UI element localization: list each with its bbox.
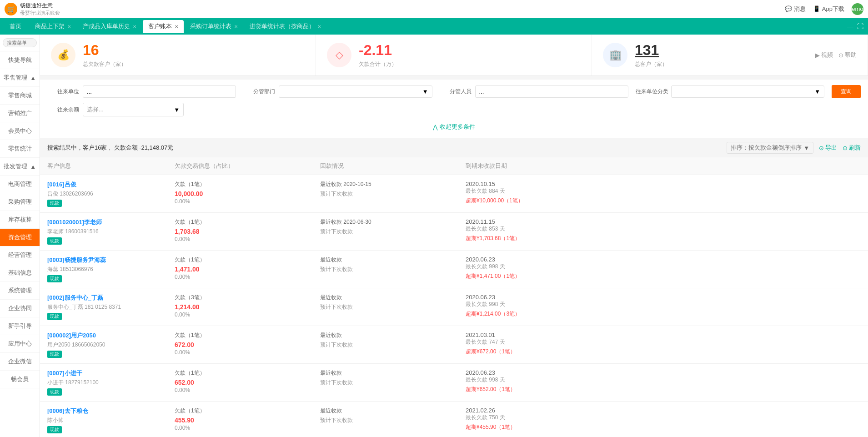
return-date-1: 最近收款 2020-06-30	[320, 218, 466, 226]
maximize-btn[interactable]: ⛶	[857, 23, 863, 30]
debt-amount-1[interactable]: 1,703.68	[175, 228, 320, 235]
debt-amount-6[interactable]: 455.90	[175, 417, 320, 424]
sidebar-item-basic[interactable]: 基础信息	[0, 264, 40, 282]
user-avatar[interactable]: demo2	[852, 3, 863, 15]
due-cell-5: 2020.06.23 最长欠款 998 天 超期¥652.00（1笔）	[466, 369, 861, 393]
sidebar-item-guide[interactable]: 新手引导	[0, 317, 40, 335]
customer-name-0[interactable]: [0016]吕俊	[47, 181, 175, 189]
tab-purchase-order[interactable]: 采购订单统计表 ✕	[185, 20, 243, 33]
close-tab-2[interactable]: ✕	[133, 24, 136, 29]
table-row: [0002]服务中心_丁磊 服务中心_丁磊 181 0125 8371 现款 欠…	[40, 288, 868, 326]
tab-stock-stats[interactable]: 进货单统计表（按商品） ✕	[244, 20, 326, 33]
app-download-btn[interactable]: 📱 App下载	[813, 5, 844, 13]
tab-customer-account[interactable]: 客户账本 ✕	[143, 20, 184, 33]
customer-detail-3: 服务中心_丁磊 181 0125 8371	[47, 303, 175, 311]
due-days-6: 最长欠款 750 天	[466, 414, 861, 422]
sidebar-item-ecommerce[interactable]: 电商管理	[0, 176, 40, 193]
debt-amount-3[interactable]: 1,214.00	[175, 303, 320, 311]
search-input[interactable]	[3, 38, 37, 47]
export-btn[interactable]: ⊙ 导出	[819, 144, 837, 152]
due-overdue-2[interactable]: 超期¥1,471.00（1笔）	[466, 272, 861, 280]
video-btn[interactable]: ▶ 视频	[815, 51, 833, 59]
minimize-btn[interactable]: —	[847, 23, 853, 30]
due-overdue-6[interactable]: 超期¥455.90（1笔）	[466, 423, 861, 431]
sidebar-item-retail-mgmt[interactable]: 零售管理 ▲	[0, 69, 40, 87]
sidebar-item-vip[interactable]: 畅会员	[0, 371, 40, 388]
table-row: [0007]小进干 小进干 18279152100 现款 欠款（1笔） 652.…	[40, 364, 868, 402]
filter-row-2: 往来余额 选择... ▼	[47, 103, 861, 116]
customer-cell-2: [0003]畅捷服务尹海蕊 海蕊 18513066976 现款	[47, 256, 175, 282]
sidebar-item-retail-store[interactable]: 零售商城	[0, 87, 40, 105]
filter-select-category[interactable]: ▼	[671, 85, 824, 98]
refresh-btn[interactable]: ⊙ 刷新	[843, 144, 861, 152]
customer-name-3[interactable]: [0002]服务中心_丁磊	[47, 294, 175, 302]
tab-product-listing[interactable]: 商品上下架 ✕	[30, 20, 76, 33]
message-btn[interactable]: 💬 消息	[785, 5, 806, 13]
debt-count-1: 欠款（1笔）	[175, 218, 320, 226]
close-tab-4[interactable]: ✕	[234, 24, 238, 29]
sidebar-item-purchase[interactable]: 采购管理	[0, 193, 40, 211]
main-layout: 快捷导航 零售管理 ▲ 零售商城 营销推广 会员中心 零售统计 批发管理 ▲	[0, 35, 868, 437]
due-overdue-3[interactable]: 超期¥1,214.00（3笔）	[466, 310, 861, 318]
return-date-2: 最近收款	[320, 256, 466, 264]
sidebar-item-app-center[interactable]: 应用中心	[0, 335, 40, 353]
customer-tag-4: 现款	[47, 351, 62, 358]
debt-amount-2[interactable]: 1,471.00	[175, 266, 320, 273]
debt-amount-4[interactable]: 672.00	[175, 341, 320, 348]
due-overdue-1[interactable]: 超期¥1,703.68（1笔）	[466, 235, 861, 242]
tab-actions: — ⛶	[847, 23, 866, 30]
sidebar-item-system[interactable]: 系统管理	[0, 282, 40, 300]
close-tab-1[interactable]: ✕	[67, 24, 71, 29]
tab-product-history[interactable]: 产成品入库单历史 ✕	[77, 20, 142, 33]
debt-amount-0[interactable]: 10,000.00	[175, 190, 320, 197]
customer-name-5[interactable]: [0007]小进干	[47, 369, 175, 377]
result-info-bar: 搜索结果中，客户16家， 欠款金额 -21,148.07元 排序：按欠款金额倒序…	[40, 138, 868, 157]
sidebar-item-finance[interactable]: 资金管理	[0, 229, 40, 246]
filter-select-dept[interactable]: ▼	[279, 85, 432, 98]
due-cell-1: 2020.11.15 最长欠款 853 天 超期¥1,703.68（1笔）	[466, 218, 861, 242]
table-row: [0001020001]李老师 李老师 18600391516 现款 欠款（1笔…	[40, 213, 868, 251]
tab-home[interactable]: 首页	[2, 20, 29, 33]
sort-select[interactable]: 排序：按欠款金额倒序排序 ▼	[727, 142, 813, 154]
help-icon: ⊙	[838, 52, 843, 59]
result-summary: 搜索结果中，客户16家， 欠款金额 -21,148.07元	[47, 144, 173, 152]
customer-name-2[interactable]: [0003]畅捷服务尹海蕊	[47, 256, 175, 264]
sidebar-item-inventory[interactable]: 库存核算	[0, 211, 40, 229]
customer-detail-0: 吕俊 13026203696	[47, 190, 175, 198]
customer-name-6[interactable]: [0006]去下粮仓	[47, 407, 175, 415]
due-overdue-0[interactable]: 超期¥10,000.00（1笔）	[466, 197, 861, 205]
sidebar-item-business[interactable]: 经营管理	[0, 246, 40, 264]
filter-input-person[interactable]: ...	[475, 85, 628, 98]
sidebar-item-enterprise-wechat[interactable]: 企业微信	[0, 353, 40, 371]
filter-input-unit[interactable]: ...	[83, 85, 236, 98]
table-header: 客户信息 欠款交易信息（占比） 回款情况 到期未收款日期	[40, 157, 868, 175]
filter-select-balance[interactable]: 选择... ▼	[83, 103, 184, 116]
filter-item-category: 往来单位分类 ▼	[636, 85, 824, 98]
tab-bar: 首页 商品上下架 ✕ 产成品入库单历史 ✕ 客户账本 ✕ 采购订单统计表 ✕ 进…	[0, 18, 868, 35]
close-tab-5[interactable]: ✕	[317, 24, 321, 29]
due-date-5: 2020.06.23	[466, 369, 861, 376]
customer-tag-6: 现款	[47, 426, 62, 433]
sidebar-item-marketing[interactable]: 营销推广	[0, 105, 40, 122]
help-btn[interactable]: ⊙ 帮助	[838, 51, 857, 59]
sidebar-item-retail-stats[interactable]: 零售统计	[0, 140, 40, 158]
sidebar-item-cooperation[interactable]: 企业协同	[0, 300, 40, 317]
customer-detail-2: 海蕊 18513066976	[47, 266, 175, 273]
due-overdue-4[interactable]: 超期¥672.00（1笔）	[466, 348, 861, 356]
return-next-5: 预计下次收款	[320, 379, 466, 387]
debt-cell-0: 欠款（1笔） 10,000.00 0.00%	[175, 181, 320, 205]
query-button[interactable]: 查询	[832, 85, 861, 98]
col-header-customer: 客户信息	[47, 162, 175, 170]
debt-amount-5[interactable]: 652.00	[175, 379, 320, 386]
collapse-button[interactable]: ⋀ 收起更多条件	[433, 123, 475, 131]
stat-card-total-customers: 🏢 131 总客户（家） ▶ 视频 ⊙ 帮助	[592, 35, 868, 75]
sidebar-item-member[interactable]: 会员中心	[0, 122, 40, 140]
sidebar-item-wholesale-mgmt[interactable]: 批发管理 ▲	[0, 158, 40, 176]
customer-name-1[interactable]: [0001020001]李老师	[47, 218, 175, 226]
close-tab-3[interactable]: ✕	[175, 24, 178, 29]
sidebar-item-quick-nav[interactable]: 快捷导航	[0, 51, 40, 69]
return-date-3: 最近收款	[320, 294, 466, 301]
due-overdue-5[interactable]: 超期¥652.00（1笔）	[466, 386, 861, 393]
customer-name-4[interactable]: [000002]用户2050	[47, 332, 175, 340]
due-days-1: 最长欠款 853 天	[466, 225, 861, 233]
